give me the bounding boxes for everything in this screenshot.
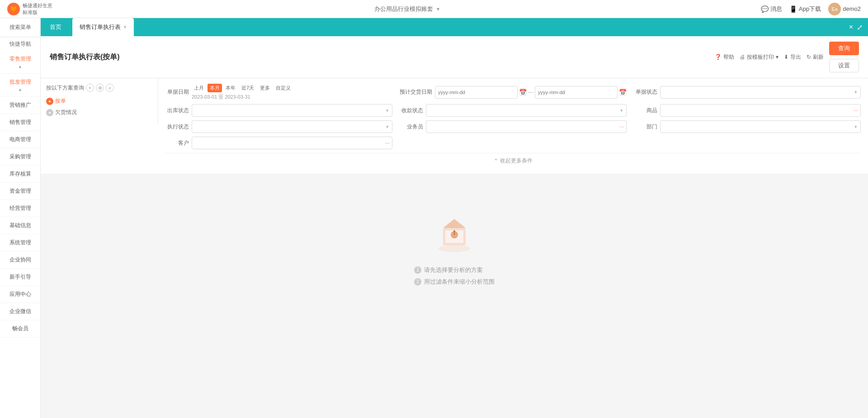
sidebar-item-finance[interactable]: 资金管理 [0,183,40,200]
date-tag-more[interactable]: 更多 [258,84,272,92]
quick-nav-button[interactable]: 快捷导航 [0,37,40,51]
sidebar-item-enterprise[interactable]: 企业协同 [0,252,40,269]
refresh-button[interactable]: ↻ 刷新 [807,53,824,61]
sidebar-item-retail[interactable]: 零售管理 ▴ [0,51,40,74]
tab-maximize-button[interactable]: ⤢ [857,23,863,32]
query-button[interactable]: 查询 [829,42,859,55]
collapse-more-button[interactable]: ⌃ 收起更多条件 [165,153,861,168]
collapse-label: 收起更多条件 [500,157,533,165]
date-field-label: 单据日期 [165,88,189,96]
user-label: demo2 [843,5,861,12]
svg-marker-3 [443,219,466,228]
goods-input[interactable] [660,104,861,117]
customer-dots-icon[interactable]: ··· [385,140,390,146]
refresh-label: 刷新 [813,53,824,61]
logo-text: 畅捷通好生意 标准版 [23,2,52,15]
date-start-calendar-icon[interactable]: 📅 [519,89,527,96]
message-button[interactable]: 💬 消息 [761,5,782,13]
app-download-button[interactable]: 📱 App下载 [789,5,821,13]
sidebar-item-sales[interactable]: 销售管理 [0,114,40,131]
salesperson-dots-icon[interactable]: ··· [619,124,624,130]
tab-sales-order-exec[interactable]: 销售订单执行表 × [72,18,134,36]
exec-status-select-wrapper [192,120,392,133]
top-bar-left: 🧡 畅捷通好生意 标准版 [7,2,52,15]
department-select-wrapper [660,120,861,133]
sidebar-item-label: 库存核算 [9,170,31,178]
payment-status-select[interactable] [426,104,627,117]
expected-date-start-input[interactable] [435,86,518,99]
customer-field-group: 客户 ··· [165,137,392,149]
expected-date-end-input[interactable] [535,86,618,99]
workspace-dropdown-icon[interactable]: ▾ [437,6,439,12]
sidebar-item-label: 销售管理 [9,119,31,126]
tab-minimize-button[interactable]: × [849,23,853,31]
avatar: Ea [828,3,841,15]
sidebar-item-wholesale[interactable]: 批发管理 ▴ [0,74,40,97]
chevron-down-icon: ▴ [19,64,21,69]
export-button[interactable]: ⬇ 导出 [784,53,801,61]
sidebar-item-basic[interactable]: 基础信息 [0,217,40,234]
sidebar-item-member[interactable]: 畅会员 [0,320,40,337]
date-tag-lastmonth[interactable]: 上月 [192,84,206,92]
empty-tips: 1 请先选择要分析的方案 2 用过滤条件来缩小分析范围 [414,264,495,288]
tab-close-icon[interactable]: × [123,24,127,30]
department-field-group: 部门 [634,120,861,133]
shipment-status-select[interactable] [192,104,392,117]
tab-bar-actions: × ⤢ [849,23,868,32]
date-tag-thisyear[interactable]: 本年 [223,84,238,92]
plan-item-byorder[interactable]: ● 按单 [46,95,152,107]
plan-active-icon: ● [46,98,53,105]
customer-input[interactable] [192,137,392,149]
svg-point-6 [453,230,455,232]
goods-dots-icon[interactable]: ··· [854,107,858,114]
search-menu-button[interactable]: 搜索菜单 [3,22,38,33]
date-end-calendar-icon[interactable]: 📅 [619,89,627,96]
logo-icon: 🧡 [7,3,20,15]
help-button[interactable]: ❓ 帮助 [715,53,734,61]
salesperson-input[interactable] [426,120,627,133]
add-plan-button[interactable]: + [86,84,94,92]
date-tag-7days[interactable]: 近7天 [239,84,256,92]
main-layout: 搜索菜单 快捷导航 零售管理 ▴ 批发管理 ▴ 营销推广 销售管理 电商管理 采… [0,18,868,418]
sidebar-item-system[interactable]: 系统管理 [0,234,40,252]
collapse-plan-button[interactable]: « [106,84,114,92]
sidebar-item-apps[interactable]: 应用中心 [0,286,40,303]
date-tag-thismonth[interactable]: 本月 [208,84,222,92]
plan-setting-button[interactable]: ⚙ [96,84,104,92]
print-icon: 🖨 [740,54,745,60]
sidebar-item-newbie[interactable]: 新手引导 [0,269,40,286]
print-button[interactable]: 🖨 按模板打印 ▾ [740,53,778,61]
sidebar-item-wechat[interactable]: 企业微信 [0,303,40,320]
order-status-select[interactable] [660,86,861,99]
sidebar-item-label: 电商管理 [9,136,31,143]
sidebar-item-label: 企业微信 [9,308,31,315]
logo-area: 🧡 畅捷通好生意 标准版 [7,2,52,15]
customer-input-wrapper: ··· [192,137,392,149]
department-select[interactable] [660,120,861,133]
sidebar-item-ecommerce[interactable]: 电商管理 [0,131,40,148]
exec-status-label: 执行状态 [165,123,189,131]
exec-status-select[interactable] [192,120,392,133]
page-content: 销售订单执行表(按单) ❓ 帮助 🖨 按模板打印 ▾ ⬇ 导出 [41,36,868,418]
goods-input-wrapper: ··· [660,104,861,117]
tab-home[interactable]: 首页 [41,18,71,36]
sidebar-item-operation[interactable]: 经营管理 [0,200,40,217]
date-tag-custom[interactable]: 自定义 [274,84,293,92]
user-menu[interactable]: Ea demo2 [828,3,861,15]
message-icon: 💬 [761,5,769,13]
sidebar-item-purchase[interactable]: 采购管理 [0,148,40,166]
top-bar-right: 💬 消息 📱 App下载 Ea demo2 [761,3,861,15]
date-field-group: 单据日期 上月 本月 本年 近7天 更多 自定义 [165,84,392,100]
sidebar-item-inventory[interactable]: 库存核算 [0,166,40,183]
workspace-selector[interactable]: 办公用品行业模拟账套 ▾ [374,5,439,13]
sidebar-item-label: 批发管理 [9,78,31,86]
sidebar-item-label: 经营管理 [9,204,31,212]
svg-point-0 [439,245,470,252]
settings-button[interactable]: 设置 [829,59,859,72]
sidebar-item-marketing[interactable]: 营销推广 [0,97,40,114]
page-title: 销售订单执行表(按单) [50,52,120,62]
refresh-icon: ↻ [807,54,811,60]
app-download-label: App下载 [799,5,821,13]
expected-date-label: 预计交货日期 [400,88,432,96]
plan-item-arrears[interactable]: ● 欠货情况 [46,107,152,118]
